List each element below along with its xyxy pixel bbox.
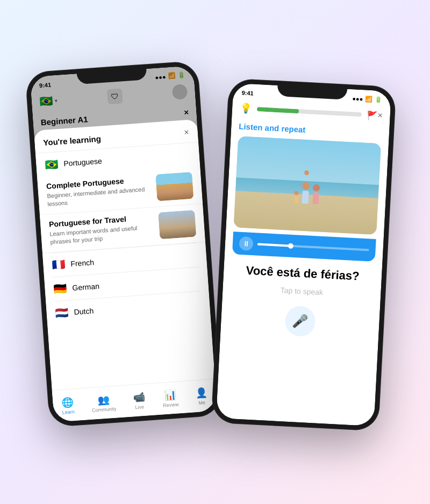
nav-item-learn[interactable]: 🌐 Learn bbox=[61, 396, 75, 415]
dutch-label: Dutch bbox=[74, 306, 94, 316]
lightbulb-icon: 💡 bbox=[240, 102, 252, 114]
right-wifi-icon: 📶 bbox=[365, 96, 373, 103]
progress-bar-container bbox=[257, 107, 362, 117]
french-label: French bbox=[70, 258, 95, 268]
flag-icon[interactable]: 🚩 bbox=[367, 110, 378, 120]
portuguese-label: Portuguese bbox=[63, 156, 103, 168]
nav-item-community[interactable]: 👥 Community bbox=[91, 393, 117, 413]
progress-bar-fill bbox=[257, 107, 299, 113]
left-phone-screen: 9:41 ●●● 📶 🔋 🇧🇷 ▾ 🛡 bbox=[30, 66, 217, 422]
right-phone: 9:41 ●●● 📶 🔋 💡 🚩 × bbox=[211, 78, 396, 430]
learn-label: Learn bbox=[62, 409, 75, 415]
modal-close-button[interactable]: × bbox=[184, 127, 190, 138]
language-modal: You're learning × 🇧🇷 Portuguese Complete… bbox=[34, 119, 216, 395]
german-flag: 🇩🇪 bbox=[53, 282, 68, 296]
course-info: Complete Portuguese Beginner, intermedia… bbox=[46, 175, 152, 208]
nav-item-me[interactable]: 👤 Me bbox=[195, 386, 208, 405]
left-phone: 9:41 ●●● 📶 🔋 🇧🇷 ▾ 🛡 bbox=[25, 61, 221, 427]
me-label: Me bbox=[198, 400, 205, 406]
travel-thumbnail bbox=[158, 210, 196, 240]
mic-container: 🎤 bbox=[220, 293, 380, 349]
nav-item-review[interactable]: 📊 Review bbox=[162, 388, 179, 408]
child-figure bbox=[294, 191, 299, 203]
modal-title: You're learning bbox=[43, 134, 101, 147]
microphone-button[interactable]: 🎤 bbox=[284, 305, 316, 337]
pause-button[interactable]: ⏸ bbox=[239, 236, 253, 251]
adult-figure-center bbox=[301, 182, 310, 204]
right-battery-icon: 🔋 bbox=[375, 96, 383, 104]
arc-de-triomphe-thumbnail bbox=[155, 172, 194, 201]
lesson-close-button[interactable]: × bbox=[377, 111, 383, 120]
community-icon: 👥 bbox=[97, 393, 110, 406]
review-label: Review bbox=[163, 401, 179, 408]
child-on-shoulders bbox=[304, 170, 309, 175]
review-icon: 📊 bbox=[164, 388, 176, 401]
right-signal-icon: ●●● bbox=[352, 95, 363, 102]
audio-scrubber[interactable] bbox=[288, 243, 294, 249]
audio-progress-fill bbox=[257, 243, 291, 247]
community-label: Community bbox=[92, 406, 117, 413]
live-icon: 📹 bbox=[133, 391, 145, 403]
nav-item-live[interactable]: 📹 Live bbox=[133, 391, 146, 409]
brazil-flag-modal: 🇧🇷 bbox=[45, 157, 59, 171]
family-figures bbox=[294, 182, 320, 204]
live-label: Live bbox=[135, 404, 144, 410]
beach-image bbox=[233, 136, 381, 235]
audio-progress-bar[interactable] bbox=[257, 243, 369, 251]
travel-course-info: Portuguese for Travel Learn important wo… bbox=[49, 213, 155, 247]
dutch-flag: 🇳🇱 bbox=[55, 306, 69, 320]
right-time-display: 9:41 bbox=[241, 89, 254, 96]
french-flag: 🇫🇷 bbox=[52, 258, 66, 272]
me-icon: 👤 bbox=[195, 386, 207, 399]
right-status-icons: ●●● 📶 🔋 bbox=[352, 95, 383, 103]
german-label: German bbox=[72, 282, 100, 292]
right-phone-screen: 9:41 ●●● 📶 🔋 💡 🚩 × bbox=[216, 83, 391, 427]
learn-icon: 🌐 bbox=[61, 396, 74, 408]
adult-figure-right bbox=[312, 184, 320, 205]
